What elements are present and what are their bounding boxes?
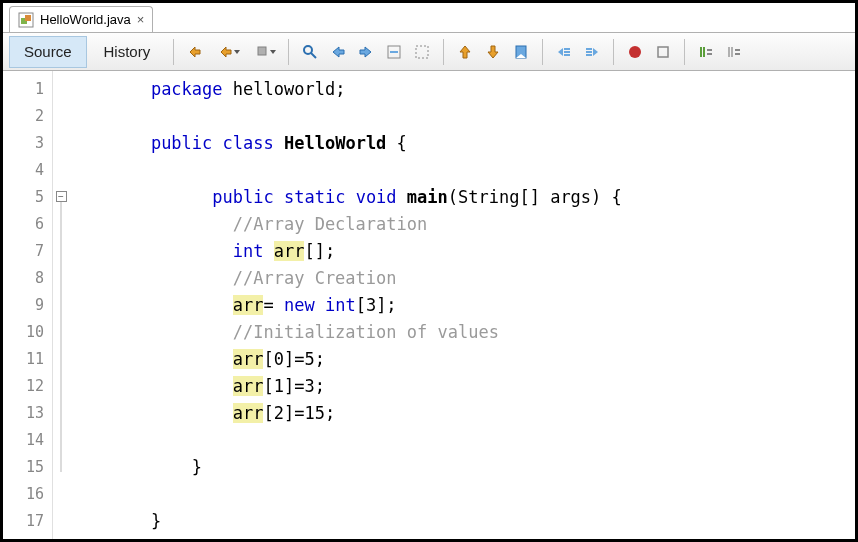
svg-rect-22: [728, 47, 730, 57]
tab-bar: HelloWorld.java ×: [3, 3, 855, 33]
svg-rect-14: [586, 51, 592, 53]
code-editor[interactable]: 1 2 3 4 5 6 7 8 9 10 11 12 13 14 15 16 1…: [3, 71, 855, 539]
svg-rect-13: [586, 48, 592, 50]
find-next-icon[interactable]: [353, 39, 379, 65]
shift-left-icon[interactable]: [551, 39, 577, 65]
separator: [684, 39, 685, 65]
svg-rect-21: [707, 53, 712, 55]
toggle-bookmark-icon[interactable]: [508, 39, 534, 65]
toggle-highlight-icon[interactable]: [381, 39, 407, 65]
close-icon[interactable]: ×: [137, 12, 145, 27]
find-prev-icon[interactable]: [325, 39, 351, 65]
svg-rect-11: [564, 51, 570, 53]
prev-bookmark-icon[interactable]: [452, 39, 478, 65]
uncomment-icon[interactable]: [721, 39, 747, 65]
line-number: 6: [3, 210, 52, 237]
code-line[interactable]: [69, 426, 855, 453]
file-tab[interactable]: HelloWorld.java ×: [9, 6, 153, 32]
code-line[interactable]: [69, 102, 855, 129]
code-line[interactable]: int arr[];: [69, 237, 855, 264]
line-number: 10: [3, 318, 52, 345]
svg-rect-23: [731, 47, 733, 57]
svg-rect-2: [25, 15, 31, 21]
fold-gutter: −: [53, 71, 69, 539]
line-number: 3: [3, 129, 52, 156]
separator: [542, 39, 543, 65]
svg-rect-17: [658, 47, 668, 57]
back-icon[interactable]: [210, 39, 244, 65]
line-number: 14: [3, 426, 52, 453]
svg-line-5: [311, 53, 316, 58]
code-line[interactable]: //Initialization of values: [69, 318, 855, 345]
svg-rect-15: [586, 54, 592, 56]
shift-right-icon[interactable]: [579, 39, 605, 65]
svg-rect-3: [258, 47, 266, 55]
separator: [443, 39, 444, 65]
line-number: 12: [3, 372, 52, 399]
line-gutter: 1 2 3 4 5 6 7 8 9 10 11 12 13 14 15 16 1…: [3, 71, 53, 539]
svg-rect-7: [390, 51, 398, 53]
code-line[interactable]: }: [69, 507, 855, 534]
line-number: 4: [3, 156, 52, 183]
tab-title: HelloWorld.java: [40, 12, 131, 27]
svg-rect-20: [707, 49, 712, 51]
code-area[interactable]: package helloworld; public class HelloWo…: [69, 71, 855, 539]
svg-rect-25: [735, 53, 740, 55]
code-line[interactable]: arr[2]=15;: [69, 399, 855, 426]
svg-rect-12: [564, 54, 570, 56]
next-bookmark-icon[interactable]: [480, 39, 506, 65]
last-edit-icon[interactable]: [182, 39, 208, 65]
svg-point-16: [629, 46, 641, 58]
tab-source[interactable]: Source: [9, 36, 87, 68]
line-number: 8: [3, 264, 52, 291]
macro-record-icon[interactable]: [622, 39, 648, 65]
code-line[interactable]: public static void main(String[] args) {: [69, 183, 855, 210]
separator: [613, 39, 614, 65]
forward-icon[interactable]: [246, 39, 280, 65]
code-line[interactable]: }: [69, 453, 855, 480]
line-number: 7: [3, 237, 52, 264]
sub-toolbar: Source History: [3, 33, 855, 71]
line-number: 17: [3, 507, 52, 534]
line-number: 13: [3, 399, 52, 426]
line-number: 16: [3, 480, 52, 507]
toggle-rect-select-icon[interactable]: [409, 39, 435, 65]
macro-stop-icon[interactable]: [650, 39, 676, 65]
code-line[interactable]: [69, 480, 855, 507]
code-line[interactable]: public class HelloWorld {: [69, 129, 855, 156]
editor-window: HelloWorld.java × Source History 1: [0, 0, 858, 542]
separator: [173, 39, 174, 65]
code-line[interactable]: package helloworld;: [69, 75, 855, 102]
code-line[interactable]: arr= new int[3];: [69, 291, 855, 318]
find-selection-icon[interactable]: [297, 39, 323, 65]
line-number: 2: [3, 102, 52, 129]
svg-point-4: [304, 46, 312, 54]
tab-history[interactable]: History: [89, 36, 166, 68]
svg-rect-10: [564, 48, 570, 50]
line-number: 15: [3, 453, 52, 480]
svg-rect-19: [703, 47, 705, 57]
svg-rect-24: [735, 49, 740, 51]
line-number: 5: [3, 183, 52, 210]
svg-rect-8: [416, 46, 428, 58]
code-line[interactable]: //Array Creation: [69, 264, 855, 291]
line-number: 1: [3, 75, 52, 102]
line-number: 11: [3, 345, 52, 372]
svg-rect-18: [700, 47, 702, 57]
fold-toggle-icon[interactable]: −: [56, 191, 67, 202]
code-line[interactable]: arr[1]=3;: [69, 372, 855, 399]
code-line[interactable]: arr[0]=5;: [69, 345, 855, 372]
line-number: 9: [3, 291, 52, 318]
java-file-icon: [18, 12, 34, 28]
separator: [288, 39, 289, 65]
comment-icon[interactable]: [693, 39, 719, 65]
code-line[interactable]: [69, 156, 855, 183]
code-line[interactable]: //Array Declaration: [69, 210, 855, 237]
